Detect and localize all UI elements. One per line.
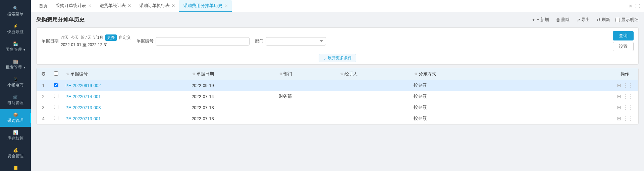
dept-select[interactable]: 财务部 — [266, 37, 326, 46]
tab-close-icon[interactable]: ✕ — [88, 4, 92, 8]
date-today[interactable]: 今天 — [71, 35, 79, 40]
sidebar-item-search[interactable]: 🔍 搜索菜单 — [0, 3, 31, 20]
tab-purchase-fee-split[interactable]: 采购费用分摊单历史 ✕ — [179, 0, 232, 12]
maximize-icon[interactable]: ⛶ — [635, 3, 640, 9]
tab-purchase-order-stats[interactable]: 采购订单统计表 ✕ — [52, 0, 96, 12]
doc-no-link[interactable]: PE-20220714-001 — [65, 94, 101, 99]
row-seq: 4 — [37, 113, 50, 124]
row-checkbox[interactable] — [54, 105, 58, 109]
sidebar-item-finance[interactable]: 💰 资金管理 — [0, 145, 31, 162]
export-button[interactable]: ↗ 导出 — [575, 16, 591, 23]
doc-no-input[interactable] — [156, 37, 250, 46]
delete-icon: 🗑 — [556, 17, 560, 22]
row-seq: 2 — [37, 91, 50, 102]
delete-button[interactable]: 🗑 删除 — [554, 16, 571, 23]
sidebar-item-wholesale[interactable]: 🏬 批发管理 ▾ — [0, 56, 31, 74]
tab-close-icon[interactable]: ✕ — [128, 4, 131, 8]
date-field: 单据日期 昨天 今天 近7天 近1月 更多 自定义 2022-01-01 至 2… — [41, 34, 131, 48]
ledger-icon: 📒 — [1, 166, 30, 170]
table-header-actions: 操作 — [611, 68, 638, 80]
sidebar-item-purchase[interactable]: 📦 采购管理 — [0, 109, 31, 127]
show-columns-checkbox[interactable] — [615, 18, 620, 22]
edit-icon[interactable]: ⊞ — [617, 104, 621, 110]
gear-icon[interactable]: ⚙ — [41, 71, 46, 77]
row-checkbox[interactable] — [54, 83, 58, 87]
date-yesterday[interactable]: 昨天 — [61, 35, 69, 40]
table-header-split-method: ⇅ 分摊方式 — [410, 68, 611, 80]
table-row: 3 PE-20220713-003 2022-07-13 按金额 ⊞ ⋮⋮ — [37, 102, 638, 113]
sort-icon: ⇅ — [66, 72, 69, 76]
row-doc-date: 2022-07-13 — [188, 113, 275, 124]
refresh-button[interactable]: ↺ 刷新 — [595, 16, 611, 23]
row-split-method: 按金额 — [410, 113, 611, 124]
sidebar-item-ecommerce[interactable]: 🛒 电商管理 — [0, 91, 31, 109]
row-seq: 3 — [37, 102, 50, 113]
tab-inbound-stats[interactable]: 进货单统计表 ✕ — [96, 0, 135, 12]
search-button[interactable]: 查询 — [613, 31, 634, 40]
sidebar: 🔍 搜索菜单 ⚡ 快捷导航 🏪 零售管理 ▾ 🏬 批发管理 ▾ 📱 小畅电商 🛒… — [0, 0, 31, 171]
row-dept — [275, 113, 336, 124]
row-check[interactable] — [50, 80, 62, 91]
sidebar-item-retail[interactable]: 🏪 零售管理 ▾ — [0, 38, 31, 56]
table-header-check — [50, 68, 62, 80]
select-all-checkbox[interactable] — [54, 71, 58, 76]
row-checkbox[interactable] — [54, 94, 58, 98]
date-1month[interactable]: 近1月 — [93, 35, 104, 40]
settings-button[interactable]: 设置 — [613, 42, 634, 51]
tab-close-icon[interactable]: ✕ — [224, 4, 228, 8]
date-7days[interactable]: 近7天 — [81, 35, 91, 40]
date-value: 2022-01-01 至 2022-12-31 — [61, 42, 131, 48]
doc-no-link[interactable]: PE-20220919-002 — [65, 83, 101, 88]
more-icon[interactable]: ⋮⋮ — [623, 93, 633, 99]
row-checkbox[interactable] — [54, 116, 58, 120]
refresh-icon: ↺ — [597, 17, 600, 22]
more-icon[interactable]: ⋮⋮ — [623, 104, 633, 110]
row-split-method: 按金额 — [410, 91, 611, 102]
edit-icon[interactable]: ⊞ — [617, 115, 621, 121]
chevron-down-icon: ▾ — [23, 48, 25, 52]
date-more[interactable]: 更多 — [105, 34, 117, 41]
chevron-down-icon: ▾ — [23, 66, 25, 69]
tab-purchase-order-exec[interactable]: 采购订单执行表 ✕ — [135, 0, 179, 12]
date-custom[interactable]: 自定义 — [119, 35, 131, 40]
sidebar-item-inventory[interactable]: 📊 库存核算 — [0, 127, 31, 145]
sort-icon: ⇅ — [279, 72, 282, 76]
date-shortcuts: 昨天 今天 近7天 近1月 更多 自定义 — [61, 34, 131, 41]
page-header: 采购费用分摊单历史 ＋ + 新增 🗑 删除 ↗ 导出 ↺ 刷新 — [36, 16, 639, 23]
row-seq: 1 — [37, 80, 50, 91]
row-split-method: 按金额 — [410, 80, 611, 91]
more-icon[interactable]: ⋮⋮ — [623, 115, 633, 121]
row-check[interactable] — [50, 113, 62, 124]
sort-icon: ⇅ — [340, 72, 343, 76]
row-doc-no: PE-20220713-003 — [62, 102, 188, 113]
edit-icon[interactable]: ⊞ — [617, 82, 621, 88]
row-check[interactable] — [50, 91, 62, 102]
doc-no-link[interactable]: PE-20220713-003 — [65, 105, 101, 110]
table-row: 4 PE-20220713-001 2022-07-13 按金额 ⊞ ⋮⋮ — [37, 113, 638, 124]
edit-icon[interactable]: ⊞ — [617, 93, 621, 99]
close-all-icon[interactable]: ✕ — [629, 3, 633, 9]
row-doc-no: PE-20220714-001 — [62, 91, 188, 102]
row-handler — [336, 91, 410, 102]
row-check[interactable] — [50, 102, 62, 113]
tab-close-icon[interactable]: ✕ — [172, 4, 175, 8]
row-split-method: 按金额 — [410, 102, 611, 113]
expand-more-button[interactable]: ⌄ 展开更多条件 — [319, 54, 356, 62]
sidebar-item-miniapp[interactable]: 📱 小畅电商 — [0, 74, 31, 91]
add-button[interactable]: ＋ + 新增 — [530, 16, 550, 23]
row-actions: ⊞ ⋮⋮ — [611, 91, 638, 102]
sidebar-item-ledger[interactable]: 📒 总账管理 — [0, 162, 31, 171]
doc-no-link[interactable]: PE-20220713-001 — [65, 116, 101, 121]
chevron-down-icon: ⌄ — [323, 56, 326, 61]
sidebar-item-quicknav[interactable]: ⚡ 快捷导航 — [0, 20, 31, 38]
show-columns-toggle[interactable]: 显示明细 — [615, 17, 639, 23]
expand-more-row: ⌄ 展开更多条件 — [41, 54, 634, 62]
tab-home[interactable]: 首页 — [35, 3, 52, 9]
table-header-gear: ⚙ — [37, 68, 50, 80]
more-icon[interactable]: ⋮⋮ — [623, 82, 633, 88]
row-doc-date: 2022-07-13 — [188, 102, 275, 113]
table-row: 2 PE-20220714-001 2022-07-14 财务部 按金额 ⊞ ⋮… — [37, 91, 638, 102]
search-bar: 单据日期 昨天 今天 近7天 近1月 更多 自定义 2022-01-01 至 2… — [36, 27, 639, 65]
table-header-handler: ⇅ 经手人 — [336, 68, 410, 80]
table-container: ⚙ ⇅ 单据编号 ⇅ 单据日期 — [36, 68, 639, 124]
